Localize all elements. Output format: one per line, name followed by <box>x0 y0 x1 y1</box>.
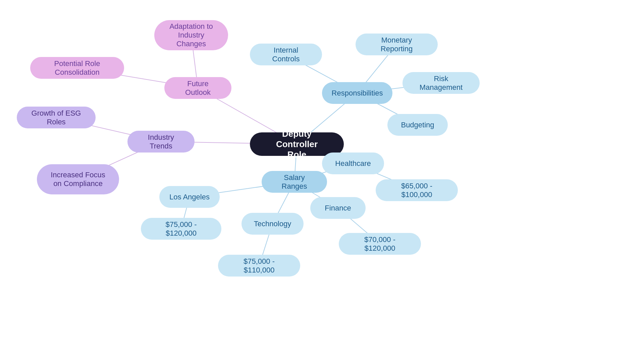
adaptation-node: Adaptation to Industry Changes <box>154 20 228 50</box>
la-salary-node: $75,000 - $120,000 <box>141 218 221 240</box>
finance-salary-node: $70,000 - $120,000 <box>339 233 421 255</box>
center-node: Deputy Controller Role <box>250 132 344 156</box>
monetary-reporting-node: Monetary Reporting <box>356 34 438 55</box>
responsibilities-node: Responsibilities <box>322 82 392 104</box>
technology-node: Technology <box>241 213 304 235</box>
potential-role-node: Potential Role Consolidation <box>30 57 124 79</box>
internal-controls-node: Internal Controls <box>250 44 322 65</box>
risk-management-node: Risk Management <box>402 72 480 94</box>
increased-focus-node: Increased Focus on Compliance <box>37 164 119 194</box>
los-angeles-node: Los Angeles <box>159 186 220 208</box>
tech-salary-node: $75,000 - $110,000 <box>218 255 300 277</box>
industry-trends-node: Industry Trends <box>127 131 195 153</box>
growth-esg-node: Growth of ESG Roles <box>17 107 96 128</box>
finance-node: Finance <box>310 197 366 219</box>
healthcare-salary-node: $65,000 - $100,000 <box>376 179 458 201</box>
healthcare-node: Healthcare <box>322 153 384 174</box>
future-outlook-node: Future Outlook <box>164 77 231 99</box>
salary-ranges-node: Salary Ranges <box>262 171 327 193</box>
budgeting-node: Budgeting <box>387 114 448 136</box>
